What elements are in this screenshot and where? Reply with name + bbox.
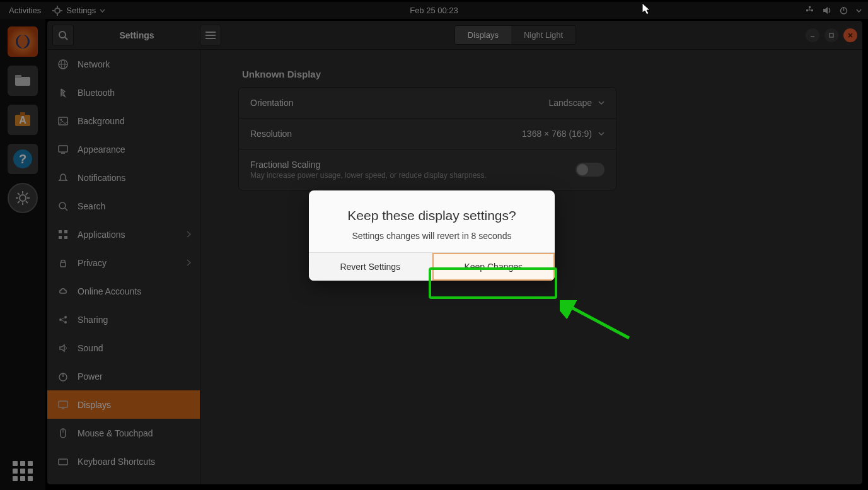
dialog-title: Keep these display settings? (324, 208, 540, 223)
dialog-message: Settings changes will revert in 8 second… (324, 231, 540, 241)
keep-settings-dialog: Keep these display settings? Settings ch… (309, 190, 555, 281)
keep-changes-button[interactable]: Keep Changes (432, 253, 555, 281)
revert-settings-button[interactable]: Revert Settings (309, 253, 432, 281)
